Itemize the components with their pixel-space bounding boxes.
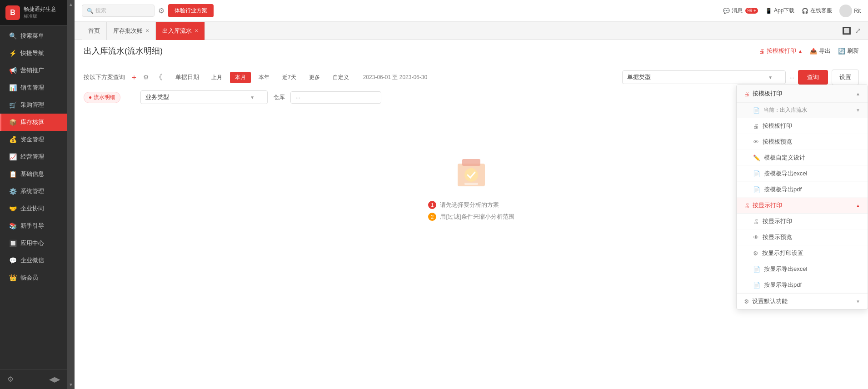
messages-item[interactable]: 💬 消息 99 + (723, 7, 758, 15)
sidebar-nav: 🔍 搜索菜单 ⚡ 快捷导航 📢 营销推广 📊 销售管理 🛒 采购管理 📦 库存核… (0, 25, 67, 369)
template-excel-label: 按模板导出excel (764, 170, 807, 178)
sidebar-item-marketing[interactable]: 📢 营销推广 (0, 62, 67, 79)
current-label: 当前：出入库流水 (763, 106, 807, 114)
online-service-item[interactable]: 🎧 在线客服 (802, 7, 832, 15)
dropdown-footer[interactable]: ⚙ 设置默认功能 ▼ (737, 293, 868, 309)
sidebar-item-label: 企业微信 (20, 256, 44, 264)
business-type-label: 业务类型 (145, 93, 169, 101)
filter-collapse-arrow[interactable]: 《 (155, 72, 163, 83)
sidebar-item-sales[interactable]: 📊 销售管理 (0, 79, 67, 96)
toggle-sidebar-icon[interactable]: ◀▶ (49, 375, 60, 384)
print-template-button[interactable]: 🖨 按模板打印 ▲ (759, 47, 803, 55)
dropdown-template-header[interactable]: 🖨 按模板打印 ▲ (737, 85, 868, 103)
tab-restore-icon[interactable]: 🔲 (842, 26, 851, 35)
sidebar-item-quicknav[interactable]: ⚡ 快捷导航 (0, 45, 67, 62)
date-filter-tags: 上月 本月 本年 近7天 更多 自定义 (206, 72, 354, 83)
settings-footer-icon[interactable]: ⚙ (7, 375, 14, 384)
sidebar-item-operation[interactable]: 📈 经营管理 (0, 148, 67, 165)
empty-step-2: 2 用[过滤]条件来缩小分析范围 (428, 213, 514, 221)
add-filter-icon[interactable]: ＋ (130, 73, 138, 82)
warehouse-select[interactable]: ··· (290, 91, 381, 104)
dropdown-display-header[interactable]: 🖨 按显示打印 ▲ (737, 198, 868, 214)
date-tag-custom[interactable]: 自定义 (328, 72, 354, 83)
sidebar-item-label: 基础信息 (20, 170, 44, 178)
template-print-label: 按模板打印 (763, 122, 792, 130)
dropdown-item-template-design[interactable]: ✏️ 模板自定义设计 (737, 150, 868, 166)
doc-type-more[interactable]: ··· (789, 74, 794, 81)
filter-chip-label: 流水明细 (94, 94, 115, 101)
dropdown-item-display-settings[interactable]: ⚙ 按显示打印设置 (737, 245, 868, 261)
sidebar: B 畅捷通好生意 标准版 🔍 搜索菜单 ⚡ 快捷导航 📢 营销推广 📊 销售管理… (0, 0, 67, 389)
sidebar-item-basic[interactable]: 📋 基础信息 (0, 165, 67, 183)
date-tag-this-year[interactable]: 本年 (254, 72, 274, 83)
empty-illustration (449, 150, 494, 195)
dropdown-current-item: 📄 当前：出入库流水 ▼ (737, 103, 868, 118)
tab-maximize-icon[interactable]: ⤢ (855, 26, 861, 35)
wechat-icon: 💬 (9, 257, 17, 264)
tab-home[interactable]: 首页 (82, 22, 107, 40)
tab-batch[interactable]: 库存批次账 ✕ (107, 22, 156, 40)
app-version: 标准版 (24, 13, 56, 20)
active-filter-chip[interactable]: ● 流水明细 (84, 92, 120, 103)
app-download-item[interactable]: 📱 App下载 (765, 7, 794, 15)
message-label: 消息 (732, 7, 743, 15)
refresh-button[interactable]: 🔄 刷新 (838, 47, 859, 55)
date-tag-7days[interactable]: 近7天 (277, 72, 301, 83)
dropdown-item-template-pdf[interactable]: 📄 按模板导出pdf (737, 182, 868, 198)
dropdown-item-display-pdf[interactable]: 📄 按显示导出pdf (737, 277, 868, 293)
header-left: 🔍 搜索 ⚙ 体验行业方案 (82, 4, 214, 17)
display-group-label: 按显示打印 (753, 201, 782, 209)
page-header: 出入库流水(流水明细) 🖨 按模板打印 ▲ 📤 导出 🔄 刷新 (75, 40, 868, 62)
industry-solution-button[interactable]: 体验行业方案 (168, 4, 214, 17)
sidebar-item-apps[interactable]: 🔲 应用中心 (0, 234, 67, 252)
sidebar-item-search[interactable]: 🔍 搜索菜单 (0, 27, 67, 45)
dropdown-item-display-print[interactable]: 🖨 按显示打印 (737, 214, 868, 229)
sidebar-item-system[interactable]: ⚙️ 系统管理 (0, 183, 67, 200)
settings-gear-icon[interactable]: ⚙ (158, 6, 165, 15)
dropdown-item-template-print[interactable]: 🖨 按模板打印 (737, 118, 868, 134)
sidebar-item-wechat[interactable]: 💬 企业微信 (0, 252, 67, 269)
svg-point-2 (464, 168, 478, 182)
date-tag-last-month[interactable]: 上月 (206, 72, 227, 83)
export-button[interactable]: 📤 导出 (810, 47, 831, 55)
scroll-down-icon[interactable]: ▼ (69, 382, 73, 387)
sidebar-item-inventory[interactable]: 📦 库存核算 (0, 114, 67, 131)
app-download-label: App下载 (774, 7, 794, 15)
step-num-2: 2 (428, 213, 436, 221)
date-tag-more[interactable]: 更多 (304, 72, 325, 83)
search-bar[interactable]: 🔍 搜索 (82, 5, 155, 17)
doc-type-select[interactable]: 单据类型 ▼ (622, 70, 786, 84)
doc-type-label: 单据类型 (627, 73, 651, 81)
app-download-icon: 📱 (765, 8, 772, 14)
app-name: 畅捷通好生意 (24, 5, 56, 13)
dropdown-item-display-excel[interactable]: 📄 按显示导出excel (737, 261, 868, 277)
scroll-up-icon[interactable]: ▲ (69, 2, 73, 7)
date-tag-this-month[interactable]: 本月 (230, 72, 251, 83)
sidebar-item-purchase[interactable]: 🛒 采购管理 (0, 96, 67, 114)
page-actions: 🖨 按模板打印 ▲ 📤 导出 🔄 刷新 (759, 47, 859, 55)
tab-batch-close[interactable]: ✕ (145, 28, 149, 33)
filter-row-1: 按以下方案查询 ＋ ⚙ 《 单据日期 上月 本月 本年 近7天 更多 自定义 2… (84, 70, 859, 85)
sidebar-item-finance[interactable]: 💰 资金管理 (0, 131, 67, 148)
user-profile[interactable]: Rit (839, 5, 861, 17)
filter-chip-icon: ● (89, 94, 92, 100)
business-type-select[interactable]: 业务类型 ▼ (140, 90, 268, 104)
warehouse-more[interactable]: ··· (295, 94, 300, 101)
quicknav-icon: ⚡ (9, 50, 17, 57)
template-preview-label: 按模板预览 (763, 138, 792, 146)
dropdown-item-template-preview[interactable]: 👁 按模板预览 (737, 134, 868, 150)
sidebar-item-member[interactable]: 👑 畅会员 (0, 269, 67, 286)
dropdown-item-display-preview[interactable]: 👁 按显示预览 (737, 229, 868, 245)
sidebar-item-collab[interactable]: 🤝 企业协同 (0, 200, 67, 217)
member-icon: 👑 (9, 274, 17, 281)
tab-flow[interactable]: 出入库流水 ✕ (156, 22, 205, 40)
tab-flow-close[interactable]: ✕ (195, 28, 198, 33)
filter-label: 按以下方案查询 (84, 73, 125, 81)
set-button[interactable]: 设置 (832, 70, 859, 85)
sidebar-scroll[interactable]: ▲ ▼ (67, 0, 75, 389)
filter-settings-icon[interactable]: ⚙ (143, 74, 149, 81)
dropdown-item-template-excel[interactable]: 📄 按模板导出excel (737, 166, 868, 182)
sidebar-item-guide[interactable]: 📚 新手引导 (0, 217, 67, 234)
query-button[interactable]: 查询 (798, 70, 828, 85)
current-arrow: ▼ (856, 108, 860, 113)
